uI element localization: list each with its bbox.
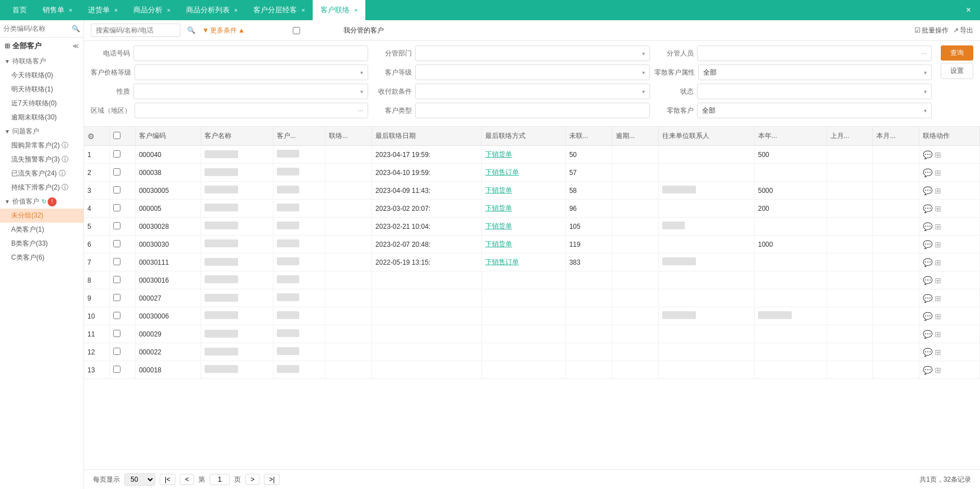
select-all-checkbox[interactable] xyxy=(113,132,120,139)
sidebar-item-7days[interactable]: 近7天待联络(0) xyxy=(0,96,83,110)
last-page-button[interactable]: >| xyxy=(264,474,280,485)
cell-checkbox[interactable] xyxy=(110,218,136,236)
manager-dots[interactable]: ··· xyxy=(921,49,927,57)
row-checkbox[interactable] xyxy=(113,348,120,355)
chat-icon[interactable]: 💬 xyxy=(923,276,932,285)
reset-button[interactable]: 设置 xyxy=(941,63,973,79)
cell-checkbox[interactable] xyxy=(110,325,136,343)
nav-customer-contact-close[interactable]: × xyxy=(354,7,357,13)
grid-action-icon[interactable]: ⊞ xyxy=(935,222,941,231)
nav-customer-tier-close[interactable]: × xyxy=(301,7,305,13)
search-button[interactable]: 🔍 xyxy=(187,26,196,34)
chat-icon[interactable]: 💬 xyxy=(923,240,932,249)
nav-purchase[interactable]: 进货单 × xyxy=(80,0,126,20)
export-button[interactable]: ↗ 导出 xyxy=(953,26,973,35)
grid-action-icon[interactable]: ⊞ xyxy=(935,312,941,321)
page-size-select[interactable]: 50 100 200 xyxy=(124,473,155,486)
sidebar-item-class-a[interactable]: A类客户(1) xyxy=(0,223,83,237)
filter-manager-input[interactable]: ··· xyxy=(697,45,932,61)
cell-checkbox[interactable] xyxy=(110,164,136,182)
chat-icon[interactable]: 💬 xyxy=(923,150,932,159)
grid-action-icon[interactable]: ⊞ xyxy=(935,240,941,249)
sidebar-item-churned[interactable]: 已流失客户(24) ⓘ xyxy=(0,167,83,181)
row-checkbox[interactable] xyxy=(113,186,120,193)
sidebar-group-pending[interactable]: ▼ 待联络客户 xyxy=(0,54,83,68)
nav-product-analysis-list[interactable]: 商品分析列表 × xyxy=(178,0,245,20)
cell-checkbox[interactable] xyxy=(110,361,136,379)
sidebar-all-customers[interactable]: ⊞ 全部客户 ≪ xyxy=(0,38,83,54)
chat-icon[interactable]: 💬 xyxy=(923,366,932,375)
sidebar-search-input[interactable] xyxy=(3,25,69,33)
grid-action-icon[interactable]: ⊞ xyxy=(935,348,941,357)
nav-customer-tier[interactable]: 客户分层经客 × xyxy=(245,0,313,20)
sidebar-item-class-c[interactable]: C类客户(6) xyxy=(0,251,83,265)
cell-last-contact-method[interactable]: 下销售订单 xyxy=(482,253,566,271)
sidebar-item-class-b[interactable]: B类客户(33) xyxy=(0,237,83,251)
query-button[interactable]: 查询 xyxy=(941,45,973,61)
grid-action-icon[interactable]: ⊞ xyxy=(935,150,941,159)
grid-action-icon[interactable]: ⊞ xyxy=(935,258,941,267)
row-checkbox[interactable] xyxy=(113,258,120,265)
filter-payment-select[interactable]: ▾ xyxy=(415,84,650,99)
cell-checkbox[interactable] xyxy=(110,236,136,253)
nav-product-analysis-list-close[interactable]: × xyxy=(234,7,238,13)
chat-icon[interactable]: 💬 xyxy=(923,348,932,357)
next-page-button[interactable]: > xyxy=(245,474,259,485)
th-settings[interactable]: ⚙ xyxy=(84,127,110,146)
search-input[interactable] xyxy=(91,24,180,37)
batch-ops-button[interactable]: ☑ 批量操作 xyxy=(914,26,949,35)
cell-last-contact-method[interactable]: 下销售订单 xyxy=(482,164,566,182)
global-close-button[interactable]: × xyxy=(962,5,976,15)
sidebar-item-tomorrow[interactable]: 明天待联络(1) xyxy=(0,82,83,96)
filter-retail-attr-select[interactable]: 全部▾ xyxy=(698,64,932,80)
chat-icon[interactable]: 💬 xyxy=(923,204,932,213)
grid-action-icon[interactable]: ⊞ xyxy=(935,168,941,177)
filter-status-select[interactable]: ▾ xyxy=(697,84,932,99)
first-page-button[interactable]: |< xyxy=(160,474,175,485)
my-customers-checkbox-label[interactable]: 我分管的客户 xyxy=(252,26,384,35)
filter-cust-type-input[interactable] xyxy=(415,103,650,118)
grid-action-icon[interactable]: ⊞ xyxy=(935,204,941,213)
sidebar-group-value[interactable]: ▼ 价值客户 ↻ ! xyxy=(0,195,83,209)
row-checkbox[interactable] xyxy=(113,204,120,211)
nav-sales-close[interactable]: × xyxy=(69,7,72,13)
row-checkbox[interactable] xyxy=(113,240,120,247)
cell-last-contact-method[interactable]: 下销货单 xyxy=(482,236,566,253)
nav-customer-contact[interactable]: 客户联络 × xyxy=(313,0,365,20)
chat-icon[interactable]: 💬 xyxy=(923,258,932,267)
grid-action-icon[interactable]: ⊞ xyxy=(935,186,941,195)
sidebar-group-problem[interactable]: ▼ 问题客户 xyxy=(0,124,83,139)
chat-icon[interactable]: 💬 xyxy=(923,330,932,339)
chat-icon[interactable]: 💬 xyxy=(923,312,932,321)
sidebar-item-unclassified[interactable]: 未分组(32) xyxy=(0,209,83,223)
nav-sales[interactable]: 销售单 × xyxy=(35,0,80,20)
grid-action-icon[interactable]: ⊞ xyxy=(935,366,941,375)
chat-icon[interactable]: 💬 xyxy=(923,294,932,303)
nav-product-analysis[interactable]: 商品分析 × xyxy=(126,0,178,20)
row-checkbox[interactable] xyxy=(113,222,120,229)
row-checkbox[interactable] xyxy=(113,276,120,283)
nav-purchase-close[interactable]: × xyxy=(114,7,118,13)
sidebar-item-churn-warning[interactable]: 流失预警客户(3) ⓘ xyxy=(0,153,83,167)
row-checkbox[interactable] xyxy=(113,150,120,158)
grid-action-icon[interactable]: ⊞ xyxy=(935,294,941,303)
row-checkbox[interactable] xyxy=(113,312,120,319)
row-checkbox[interactable] xyxy=(113,330,120,337)
grid-action-icon[interactable]: ⊞ xyxy=(935,276,941,285)
chat-icon[interactable]: 💬 xyxy=(923,168,932,177)
chat-icon[interactable]: 💬 xyxy=(923,186,932,195)
value-refresh-icon[interactable]: ↻ xyxy=(41,198,47,205)
cell-checkbox[interactable] xyxy=(110,343,136,361)
cell-checkbox[interactable] xyxy=(110,307,136,325)
filter-price-tier-select[interactable]: ▾ xyxy=(134,64,368,80)
filter-nature-select[interactable]: ▾ xyxy=(133,84,368,99)
nav-product-analysis-close[interactable]: × xyxy=(167,7,170,13)
row-checkbox[interactable] xyxy=(113,366,120,373)
page-number-input[interactable] xyxy=(210,474,230,485)
filter-retail-select[interactable]: 全部▾ xyxy=(697,103,932,118)
filter-dept-select[interactable]: ▾ xyxy=(415,45,650,61)
sidebar-item-today[interactable]: 今天待联络(0) xyxy=(0,68,83,82)
cell-checkbox[interactable] xyxy=(110,182,136,200)
region-dots[interactable]: ··· xyxy=(357,107,363,114)
row-checkbox[interactable] xyxy=(113,168,120,176)
